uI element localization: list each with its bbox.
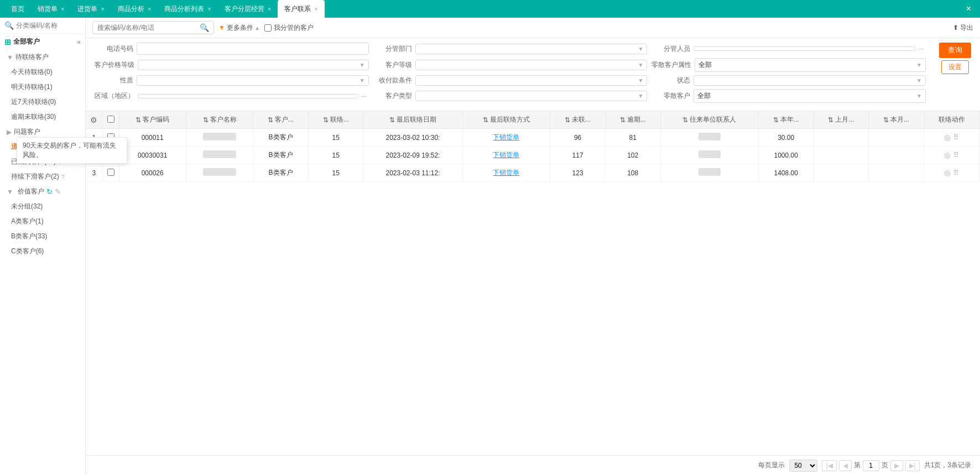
region-input[interactable] xyxy=(138,94,359,98)
tab-home[interactable]: 首页 xyxy=(4,0,31,18)
th-settings[interactable]: ⚙ xyxy=(86,111,102,129)
more-action-icon-1[interactable]: ⠿ xyxy=(953,151,959,159)
row-contact-1: 15 xyxy=(308,147,363,164)
contact-icon-1[interactable]: ◎ xyxy=(944,151,950,159)
export-btn[interactable]: ⬆ 导出 xyxy=(953,23,973,33)
tab-close-purchase[interactable]: × xyxy=(101,6,104,12)
th-last-method[interactable]: ⇅最后联络方式 xyxy=(462,111,550,129)
sidebar-all-customers[interactable]: ⊞ 全部客户 « xyxy=(0,34,85,50)
sort-icon6: ⇅ xyxy=(483,116,488,124)
tab-sales[interactable]: 销货单 × xyxy=(31,0,71,18)
tab-close-product-list[interactable]: × xyxy=(207,6,211,12)
th-unlinkdays[interactable]: ⇅未联... xyxy=(550,111,606,129)
th-this-month[interactable]: ⇅本月... xyxy=(869,111,924,129)
settings-icon[interactable]: ⚙ xyxy=(90,116,97,124)
price-grade-select[interactable]: ▼ xyxy=(138,60,369,70)
first-page-btn[interactable]: |◀ xyxy=(822,460,836,471)
page-number-input[interactable] xyxy=(863,460,879,471)
contact-icon-2[interactable]: ◎ xyxy=(944,169,950,177)
tab-close-customer-tier[interactable]: × xyxy=(268,6,271,12)
tab-customer-tier[interactable]: 客户分层经营 × xyxy=(218,0,278,18)
row-last-method-1[interactable]: 下销货单 xyxy=(462,147,550,164)
chevron-up-icon: ▲ xyxy=(254,25,260,31)
sidebar-group-pending-title[interactable]: ▼ 待联络客户 xyxy=(0,50,85,65)
filter-cell-phone: 电话号码 xyxy=(95,43,369,55)
dept-label: 分管部门 xyxy=(373,44,412,54)
person-dots[interactable]: ··· xyxy=(916,45,926,53)
setting-btn[interactable]: 设置 xyxy=(941,60,969,74)
search-icon[interactable]: 🔍 xyxy=(200,23,209,32)
th-overdue[interactable]: ⇅逾期... xyxy=(605,111,660,129)
th-code[interactable]: ⇅客户编码 xyxy=(119,111,186,129)
search-input[interactable] xyxy=(97,24,200,32)
contact-icon-0[interactable]: ◎ xyxy=(944,133,950,142)
th-contact[interactable]: ⇅联络... xyxy=(308,111,363,129)
th-last-date[interactable]: ⇅最后联络日期 xyxy=(363,111,462,129)
row-last-date-2: 2023-02-03 11:12: xyxy=(363,164,462,182)
tab-close-sales[interactable]: × xyxy=(61,6,64,12)
row-check-2[interactable] xyxy=(102,164,119,182)
more-action-icon-0[interactable]: ⠿ xyxy=(953,133,959,142)
tab-close-customer-contact[interactable]: × xyxy=(314,6,317,12)
more-action-icon-2[interactable]: ⠿ xyxy=(953,169,959,177)
tab-product-list[interactable]: 商品分析列表 × xyxy=(158,0,217,18)
th-year-amount[interactable]: ⇅本年... xyxy=(758,111,814,129)
tab-purchase[interactable]: 进货单 × xyxy=(71,0,111,18)
cust-grade-select[interactable]: ▼ xyxy=(415,60,648,70)
row-cust-type-1: B类客户 xyxy=(253,147,309,164)
phone-label: 电话号码 xyxy=(95,44,133,54)
dept-select[interactable]: ▼ xyxy=(415,44,648,54)
prev-page-btn[interactable]: ◀ xyxy=(839,460,852,471)
th-action: 联络动作 xyxy=(924,111,979,129)
sidebar-item-class-a[interactable]: A类客户(1) xyxy=(0,214,85,229)
nature-select[interactable]: ▼ xyxy=(137,75,369,86)
th-name[interactable]: ⇅客户名称 xyxy=(186,111,253,129)
sidebar-item-tomorrow[interactable]: 明天待联络(1) xyxy=(0,80,85,95)
payment-select[interactable]: ▼ xyxy=(415,75,648,86)
row-unlinkdays-1: 117 xyxy=(550,147,606,164)
tab-product-analysis[interactable]: 商品分析 × xyxy=(111,0,158,18)
sidebar-item-ungroup[interactable]: 未分组(32) xyxy=(0,199,85,214)
sidebar-collapse-icon[interactable]: « xyxy=(77,38,81,46)
sidebar-item-class-c[interactable]: C类客户(6) xyxy=(0,244,85,259)
zero-attr-select[interactable]: 全部 ▼ xyxy=(695,58,926,72)
edit-icon[interactable]: ✎ xyxy=(55,187,61,196)
sidebar-item-class-b[interactable]: B类客户(33) xyxy=(0,229,85,244)
sidebar-item-7days[interactable]: 近7天待联络(0) xyxy=(0,95,85,109)
sidebar-item-declining[interactable]: 持续下滑客户(2) ? xyxy=(0,169,85,184)
close-window-btn[interactable]: × xyxy=(962,4,976,14)
next-page-btn[interactable]: ▶ xyxy=(890,460,903,471)
select-all-checkbox[interactable] xyxy=(107,116,114,123)
row-last-method-2[interactable]: 下销货单 xyxy=(462,164,550,182)
th-cust-type[interactable]: ⇅客户... xyxy=(253,111,309,129)
sort-icon9: ⇅ xyxy=(682,116,688,124)
per-page-select[interactable]: 50 100 200 xyxy=(789,460,817,472)
sidebar-group-value-title[interactable]: ▼ 价值客户 ↻ ✎ xyxy=(0,184,85,199)
status-select[interactable]: ▼ xyxy=(694,75,926,86)
person-select[interactable] xyxy=(694,46,916,51)
zero-cust-select[interactable]: 全部 ▼ xyxy=(694,89,926,103)
th-checkbox[interactable] xyxy=(102,111,119,129)
sidebar-search-input[interactable] xyxy=(16,22,81,29)
sidebar-item-today[interactable]: 今天待联络(0) xyxy=(0,65,85,80)
zero-attr-label: 零散客户属性 xyxy=(651,60,691,70)
row-last-method-0[interactable]: 下销货单 xyxy=(462,129,550,147)
more-conditions-btn[interactable]: ▼ 更多条件 ▲ xyxy=(218,23,260,33)
th-last-month[interactable]: ⇅上月... xyxy=(814,111,869,129)
tab-close-product-analysis[interactable]: × xyxy=(148,6,151,12)
sort-icon2: ⇅ xyxy=(203,116,208,124)
arrow-down-icon2: ▼ xyxy=(7,188,13,196)
cust-type-select[interactable]: ▼ xyxy=(415,91,648,101)
my-customers-checkbox[interactable]: 我分管的客户 xyxy=(264,23,314,33)
sidebar-item-overdue[interactable]: 逾期未联络(30) xyxy=(0,109,85,124)
query-btn[interactable]: 查询 xyxy=(939,43,971,58)
region-dots[interactable]: ··· xyxy=(359,92,369,100)
th-unit-contact[interactable]: ⇅往来单位联系人 xyxy=(660,111,758,129)
refresh-icon[interactable]: ↻ xyxy=(46,187,53,196)
my-customers-check[interactable] xyxy=(264,24,272,32)
phone-input[interactable] xyxy=(137,43,369,55)
last-page-btn[interactable]: ▶| xyxy=(905,460,920,471)
row-overdue-0: 81 xyxy=(605,129,660,147)
cust-type-label: 客户类型 xyxy=(373,91,412,101)
tab-customer-contact[interactable]: 客户联系 × xyxy=(278,0,324,18)
